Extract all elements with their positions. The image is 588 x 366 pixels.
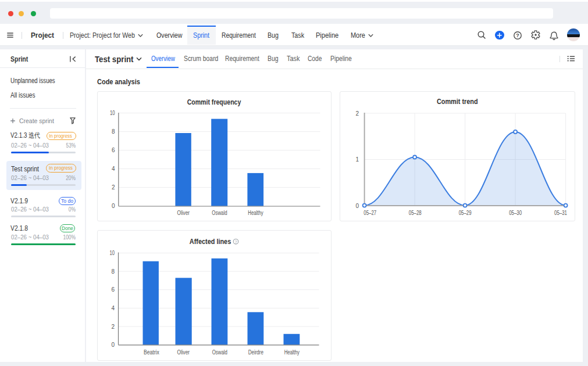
svg-text:10: 10: [109, 250, 115, 256]
svg-text:6: 6: [111, 286, 115, 293]
svg-text:05–28: 05–28: [409, 210, 422, 216]
svg-text:05–31: 05–31: [554, 210, 567, 216]
svg-text:Oswald: Oswald: [212, 210, 227, 216]
svg-text:Oliver: Oliver: [177, 349, 190, 356]
svg-text:0: 0: [356, 203, 359, 209]
svg-text:1: 1: [356, 156, 359, 163]
svg-text:Oliver: Oliver: [177, 210, 190, 216]
svg-text:?: ?: [234, 240, 237, 244]
svg-text:2: 2: [356, 110, 359, 117]
svg-text:10: 10: [110, 110, 115, 116]
svg-text:2: 2: [111, 184, 115, 191]
svg-text:8: 8: [111, 268, 115, 275]
svg-text:05–27: 05–27: [364, 210, 377, 216]
svg-text:?: ?: [516, 32, 519, 38]
svg-text:0: 0: [111, 203, 115, 209]
svg-text:05–30: 05–30: [509, 210, 522, 216]
svg-text:4: 4: [111, 166, 115, 172]
svg-text:8: 8: [111, 128, 115, 135]
svg-text:Beatrix: Beatrix: [144, 349, 159, 356]
svg-text:Commit trend: Commit trend: [437, 98, 478, 106]
svg-text:Deirdre: Deirdre: [248, 349, 263, 356]
svg-text:Healthy: Healthy: [248, 210, 263, 216]
svg-text:4: 4: [111, 305, 115, 311]
svg-text:0: 0: [111, 342, 115, 348]
svg-text:6: 6: [111, 147, 115, 153]
svg-text:05–29: 05–29: [459, 210, 472, 216]
svg-text:Commit frequency: Commit frequency: [187, 98, 241, 106]
svg-text:2: 2: [111, 324, 115, 330]
svg-text:Oswald: Oswald: [212, 349, 227, 356]
svg-text:Affected lines: Affected lines: [189, 238, 230, 246]
svg-text:Healthy: Healthy: [284, 349, 299, 356]
